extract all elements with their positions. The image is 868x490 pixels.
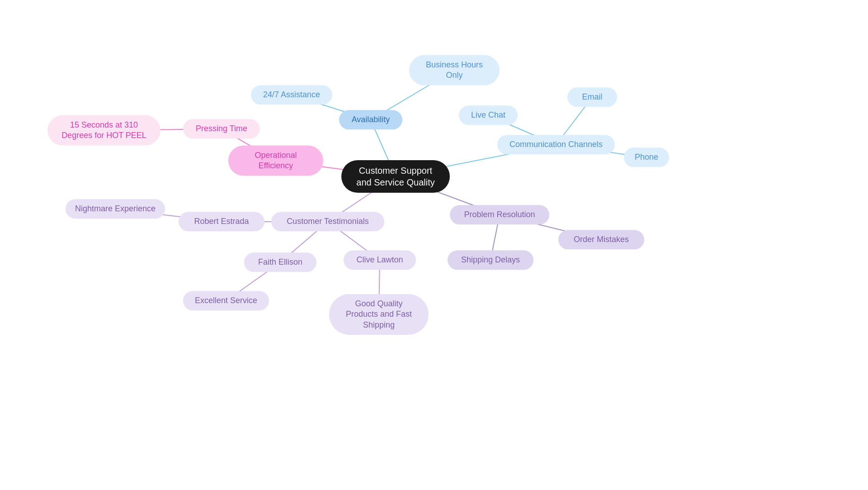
mindmap-container: Customer Support and Service QualityAvai… <box>0 0 868 490</box>
node-phone: Phone <box>624 147 669 167</box>
node-nightmareExp: Nightmare Experience <box>66 199 165 219</box>
node-email: Email <box>567 87 617 107</box>
node-goodQuality: Good Quality Products and Fast Shipping <box>329 294 429 335</box>
node-robertEstrada: Robert Estrada <box>179 212 264 231</box>
node-availability: Availability <box>339 110 402 129</box>
node-liveChat: Live Chat <box>459 105 518 125</box>
node-assistance247: 24/7 Assistance <box>251 85 332 105</box>
node-commChannels: Communication Channels <box>497 135 615 154</box>
node-pressing15sec: 15 Seconds at 310 Degrees for HOT PEEL <box>47 115 160 146</box>
node-excellentService: Excellent Service <box>183 291 269 310</box>
node-businessHours: Business Hours Only <box>409 55 500 86</box>
node-operationalEfficiency: Operational Efficiency <box>228 146 323 176</box>
node-problemResolution: Problem Resolution <box>450 205 549 224</box>
node-shippingDelays: Shipping Delays <box>448 250 533 270</box>
node-faithEllison: Faith Ellison <box>244 252 316 272</box>
node-center: Customer Support and Service Quality <box>341 160 450 193</box>
node-cliveLawton: Clive Lawton <box>344 250 416 270</box>
node-pressingTime: Pressing Time <box>183 119 260 138</box>
node-orderMistakes: Order Mistakes <box>558 230 644 249</box>
node-customerTestimonials: Customer Testimonials <box>271 212 384 231</box>
